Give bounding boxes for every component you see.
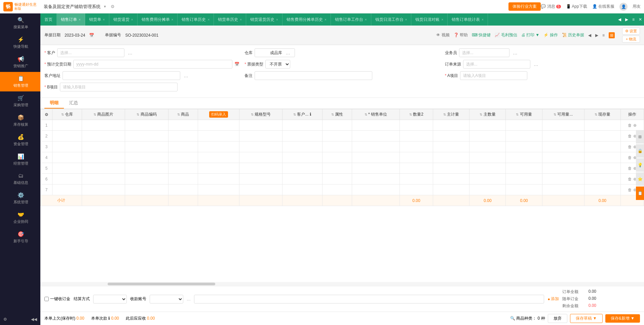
row-unit-1[interactable] [352, 120, 400, 131]
dropdown-arrow-icon[interactable]: ▼ [103, 5, 107, 8]
tab-close-icon[interactable]: × [365, 18, 367, 22]
row-attr-3[interactable] [322, 141, 352, 152]
tab-sales-refund[interactable]: 销货退货 × [109, 13, 138, 26]
one-click-label[interactable]: 一键收订金 [44, 296, 70, 302]
sidebar-item-quicknav[interactable]: ⚡ 快捷导航 [0, 33, 40, 52]
row-qty2-1[interactable] [400, 120, 433, 131]
row-product-1[interactable] [168, 120, 198, 131]
tab-sales-stats[interactable]: 销售订单统计表 × [448, 13, 488, 26]
column-settings-icon[interactable]: ⚙ [45, 112, 48, 117]
help-btn[interactable]: ❓ 帮助 [454, 32, 468, 38]
delivery-date-cal-icon[interactable]: 📅 [234, 62, 239, 67]
tab-close-icon[interactable]: × [172, 18, 174, 22]
tab-close-icon[interactable]: × [207, 18, 210, 22]
tab-expense-history[interactable]: 销售费用分摊单历史 × [282, 13, 331, 26]
col-main-unit[interactable]: ⇅ 主计量 [433, 109, 469, 120]
tab-sales-history[interactable]: 销售订单历史 × [178, 13, 214, 26]
scroll-area[interactable] [40, 282, 644, 286]
delete-icon[interactable]: 🗑 [628, 145, 632, 149]
operations-btn[interactable]: ⚡ 操作 [543, 32, 558, 38]
gear-settings-icon[interactable]: ⚙ [111, 4, 115, 9]
tab-sales-return-hist[interactable]: 销货单历史 × [214, 13, 246, 26]
salesperson-more-icon[interactable]: … [512, 50, 519, 55]
settings-button[interactable]: ⚙ 设置 [622, 28, 640, 35]
payment-more-icon[interactable]: … [187, 297, 191, 301]
row-code-1[interactable] [125, 120, 168, 131]
row-spec-2[interactable] [239, 131, 282, 141]
tab-next-icon[interactable]: ▶ [623, 17, 630, 22]
add-payment-button[interactable]: ● 添加 [547, 296, 559, 302]
save-new-dropdown-icon[interactable]: ▼ [631, 316, 635, 321]
sidebar-item-marketing[interactable]: 📢 营销推广 [0, 52, 40, 72]
delivery-date-input[interactable] [73, 60, 232, 69]
sidebar-item-sales[interactable]: 📋 销售管理 [0, 72, 40, 91]
payment-amount-input[interactable]: 0.00 [194, 295, 544, 303]
info-icon[interactable]: ℹ [310, 112, 311, 117]
account-select[interactable] [150, 295, 183, 303]
row-warehouse-3[interactable] [52, 141, 82, 152]
order-source-input[interactable] [463, 60, 530, 69]
sidebar-item-newbie[interactable]: 🎯 新手引导 [0, 228, 40, 247]
tab-summary[interactable]: 汇总 [64, 98, 83, 109]
warehouse-more-icon[interactable]: … [284, 50, 292, 55]
col-warehouse[interactable]: ⇅ 仓库 [52, 109, 82, 120]
right-panel-btn-5[interactable]: 📋 [636, 187, 644, 200]
salesperson-input[interactable] [459, 48, 509, 57]
row-product-3[interactable] [168, 141, 198, 152]
tab-close-icon[interactable]: × [240, 18, 242, 22]
row-warehouse-5[interactable] [52, 163, 82, 174]
tab-cashflow-daily[interactable]: 钱货日清工作台 × [371, 13, 412, 26]
sidebar-item-operations[interactable]: 📊 经营管理 [0, 150, 40, 169]
row-img-3[interactable] [82, 141, 125, 152]
delete-icon[interactable]: 🗑 [628, 166, 632, 171]
col-product[interactable]: ⇅ 商品 [168, 109, 198, 120]
tab-close-icon[interactable]: × [405, 18, 407, 22]
row-unit-2[interactable] [352, 131, 400, 141]
tab-sales-expense[interactable]: 销售费用分摊单 × [138, 13, 178, 26]
row-product-2[interactable] [168, 131, 198, 141]
col-qty2[interactable]: ⇅ 数量2 [400, 109, 433, 120]
tab-home[interactable]: 首页 [40, 13, 57, 26]
col-available[interactable]: ⇅ 可用量 [506, 109, 542, 120]
tab-menu-icon[interactable]: ≡ [630, 17, 637, 22]
tab-close-icon[interactable]: × [325, 18, 327, 22]
row-mainunit-1[interactable] [433, 120, 469, 131]
row-unit-3[interactable] [352, 141, 400, 152]
row-warehouse-2[interactable] [52, 131, 82, 141]
tab-cashflow-check[interactable]: 钱货日清对账 × [411, 13, 448, 26]
right-panel-btn-2[interactable]: 🔒 [636, 144, 644, 158]
row-custcode-2[interactable] [282, 131, 323, 141]
sidebar-gear-icon[interactable]: ⚙ [3, 317, 7, 322]
delete-icon[interactable]: 🗑 [628, 177, 632, 181]
scan-button[interactable]: 扫码录入 [209, 111, 228, 118]
discard-button[interactable]: 放弃 [548, 314, 567, 323]
col-attribute[interactable]: ⇅ 属性 [322, 109, 352, 120]
solution-button[interactable]: 体验行业方案 [508, 2, 541, 11]
project-a-input[interactable] [460, 71, 527, 80]
col-settings[interactable]: ⚙ [41, 109, 52, 120]
tab-close-icon[interactable]: × [131, 18, 133, 22]
sidebar-collapse-icon[interactable]: ◀◀ [31, 317, 37, 322]
sidebar-item-purchase[interactable]: 🛒 采购管理 [0, 91, 40, 111]
col-customer-code[interactable]: ⇅ 客户... ℹ [282, 109, 323, 120]
col-spec[interactable]: ⇅ 规格型号 [239, 109, 282, 120]
row-warehouse-1[interactable] [52, 120, 82, 131]
card-view-icon[interactable]: ⊞ [609, 32, 615, 38]
row-attr-2[interactable] [322, 131, 352, 141]
row-code-2[interactable] [125, 131, 168, 141]
row-spec-1[interactable] [239, 120, 282, 131]
row-custcode-1[interactable] [282, 120, 323, 131]
sidebar-item-basicinfo[interactable]: 🗂 基础信息 [0, 169, 40, 189]
profit-btn[interactable]: 📈 毛利预估 [495, 32, 517, 38]
customer-input[interactable] [57, 48, 124, 57]
message-btn[interactable]: 💬 消息 5 [541, 4, 561, 9]
tab-close-icon[interactable]: × [441, 18, 443, 22]
search-bottom-icon[interactable]: 🔍 [510, 316, 515, 321]
project-b-input[interactable] [60, 83, 178, 91]
row-mainunit-2[interactable] [433, 131, 469, 141]
tab-close-icon[interactable]: × [276, 18, 278, 22]
save-draft-button[interactable]: 保存草稿 ▼ [570, 314, 603, 323]
tab-refund-history[interactable]: 销货退货历史 × [246, 13, 282, 26]
save-new-button[interactable]: 保存&新增 ▼ [605, 314, 640, 323]
row-img-2[interactable] [82, 131, 125, 141]
